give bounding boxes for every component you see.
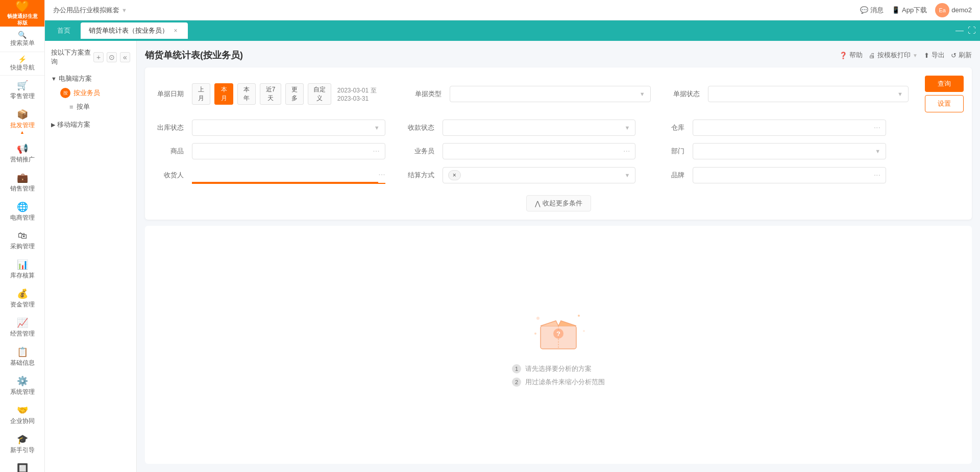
sidebar-item-inventory[interactable]: 📊 库存核算: [0, 255, 44, 284]
export-btn[interactable]: ⬆ 导出: [924, 51, 945, 60]
left-panel-title: 按以下方案查询: [51, 48, 93, 66]
department-select[interactable]: ▼: [693, 143, 886, 159]
type-label: 单据类型: [411, 89, 442, 99]
sidebar-item-newbie[interactable]: 🎓 新手引导: [0, 430, 44, 459]
brand-field: ···: [693, 167, 886, 183]
settlement-select[interactable]: × ▼: [443, 167, 636, 183]
status-label: 单据状态: [669, 89, 700, 99]
left-panel-header: 按以下方案查询 + ⊙ «: [45, 45, 136, 69]
settings-btn[interactable]: 设置: [925, 95, 964, 112]
date-last7days-btn[interactable]: 近7天: [260, 83, 281, 105]
main-content: 办公用品行业模拟账套 ▼ 💬 消息 📱 App下载 Ea demo2 首页: [45, 0, 980, 472]
basic-icon: 📋: [17, 346, 28, 358]
sidebar-item-purchase[interactable]: 🛍 采购管理: [0, 226, 44, 255]
receive-status-select[interactable]: ▼: [443, 120, 636, 136]
sidebar-item-marketing[interactable]: 📢 营销推广: [0, 139, 44, 168]
tree-child-salesperson[interactable]: 按 按业务员: [45, 86, 136, 100]
tree-section-desktop: ▼ 电脑端方案 按 按业务员 ≡ 按单: [45, 69, 136, 115]
settings-scheme-btn[interactable]: ⊙: [107, 52, 117, 62]
query-btn[interactable]: 查询: [925, 76, 964, 92]
search-menu[interactable]: 🔍 搜索菜单: [0, 27, 44, 52]
print-label: 按模板打印: [877, 51, 911, 60]
app-download-btn[interactable]: 📱 App下载: [892, 6, 927, 15]
purchase-label: 采购管理: [10, 242, 35, 251]
empty-hints: 1 请先选择要分析的方案 2 用过滤条件来缩小分析范围: [512, 364, 605, 387]
goods-field: ···: [192, 143, 385, 159]
enterprise-label: 企业协同: [10, 417, 35, 426]
sidebar-item-operations[interactable]: 📈 经营管理: [0, 313, 44, 342]
tab-maximize-icon[interactable]: ⛶: [968, 26, 976, 35]
date-more-btn[interactable]: 更多: [285, 83, 304, 105]
sidebar-item-enterprise[interactable]: 🤝 企业协同: [0, 400, 44, 430]
logo-text: 畅捷通好生意: [7, 13, 38, 19]
type-select[interactable]: ▼: [450, 86, 650, 102]
sidebar-item-wholesale[interactable]: 📦 批发管理 ▲: [0, 105, 44, 139]
help-icon: ❓: [839, 52, 847, 59]
collapse-label: 收起更多条件: [543, 199, 582, 208]
collapse-panel-btn[interactable]: «: [120, 52, 130, 62]
recipient-input[interactable]: [192, 167, 378, 183]
tab-home[interactable]: 首页: [49, 22, 79, 39]
status-filter-field: ▼: [708, 86, 909, 102]
brand-select[interactable]: ···: [693, 167, 886, 183]
receive-status-label: 收款状态: [404, 123, 434, 132]
out-status-select[interactable]: ▼: [192, 120, 385, 136]
settlement-tag: ×: [448, 170, 461, 180]
tab-close-icon[interactable]: ×: [172, 27, 180, 35]
sidebar-item-sales[interactable]: 💼 销售管理: [0, 168, 44, 197]
salesperson-select[interactable]: ···: [443, 143, 636, 159]
sidebar-item-retail[interactable]: 🛒 零售管理: [0, 76, 44, 105]
sidebar-item-basic[interactable]: 📋 基础信息: [0, 342, 44, 371]
company-dropdown[interactable]: 办公用品行业模拟账套 ▼: [53, 6, 127, 15]
hint-text-2: 用过滤条件来缩小分析范围: [525, 377, 605, 387]
add-scheme-btn[interactable]: +: [93, 52, 104, 62]
username: demo2: [951, 6, 972, 14]
hint-num-1: 1: [512, 364, 521, 373]
date-last-month-btn[interactable]: 上月: [192, 83, 210, 105]
svg-point-5: [578, 315, 580, 317]
goods-select[interactable]: ···: [192, 143, 385, 159]
warehouse-field: ···: [693, 120, 886, 136]
settlement-tag-close[interactable]: ×: [453, 172, 456, 179]
empty-illustration: ?: [528, 303, 589, 354]
tab-sales-stat[interactable]: 销货单统计表（按业务员） ×: [81, 22, 188, 39]
sidebar-item-system[interactable]: ⚙️ 系统管理: [0, 371, 44, 400]
help-label: 帮助: [849, 51, 863, 60]
user-profile[interactable]: Ea demo2: [935, 3, 972, 17]
date-filter-field: 上月 本月 本年 近7天 更多 自定义 2023-03-01 至 2023-03…: [192, 83, 393, 105]
hint-num-2: 2: [512, 377, 521, 387]
quick-nav[interactable]: ⚡ 快捷导航: [0, 52, 44, 76]
filter-row-2: 出库状态 ▼ 收款状态 ▼ 仓库: [153, 120, 964, 136]
tree-mobile-section[interactable]: ▶ 移动端方案: [45, 117, 136, 132]
message-btn[interactable]: 💬 消息: [860, 6, 884, 15]
recipient-label: 收货人: [153, 171, 184, 180]
tab-minimize-icon[interactable]: —: [955, 26, 964, 35]
refresh-label: 刷新: [959, 51, 972, 60]
sales-label: 销售管理: [10, 184, 35, 193]
print-icon: 🖨: [869, 52, 875, 59]
date-this-month-btn[interactable]: 本月: [214, 83, 233, 105]
sidebar-item-finance[interactable]: 💰 资金管理: [0, 284, 44, 313]
tree-child-order[interactable]: ≡ 按单: [45, 100, 136, 113]
collapse-btn[interactable]: ⋀ 收起更多条件: [526, 195, 591, 211]
recipient-dots-icon[interactable]: ···: [378, 170, 385, 179]
page-title: 销货单统计表(按业务员): [145, 49, 243, 61]
warehouse-select[interactable]: ···: [693, 120, 886, 136]
status-select[interactable]: ▼: [708, 86, 909, 102]
settlement-label: 结算方式: [404, 171, 434, 180]
sidebar-item-appstore[interactable]: 🔲 应用中心: [0, 459, 44, 472]
warehouse-label: 仓库: [654, 123, 684, 132]
tree-desktop-label: 电脑端方案: [59, 74, 92, 83]
sidebar-item-ecommerce[interactable]: 🌐 电商管理: [0, 197, 44, 226]
refresh-btn[interactable]: ↺ 刷新: [951, 51, 972, 60]
page-actions: ❓ 帮助 🖨 按模板打印 ▼ ⬆ 导出 ↺ 刷新: [839, 51, 972, 60]
date-custom-btn[interactable]: 自定义: [308, 83, 331, 105]
tree-desktop-section[interactable]: ▼ 电脑端方案: [45, 72, 136, 86]
chevron-right-icon: ▶: [51, 122, 55, 128]
export-icon: ⬆: [924, 52, 929, 59]
date-this-year-btn[interactable]: 本年: [237, 83, 256, 105]
print-btn[interactable]: 🖨 按模板打印 ▼: [869, 51, 918, 60]
salesperson-field: ···: [443, 143, 636, 159]
ecommerce-icon: 🌐: [17, 201, 28, 213]
help-btn[interactable]: ❓ 帮助: [839, 51, 863, 60]
